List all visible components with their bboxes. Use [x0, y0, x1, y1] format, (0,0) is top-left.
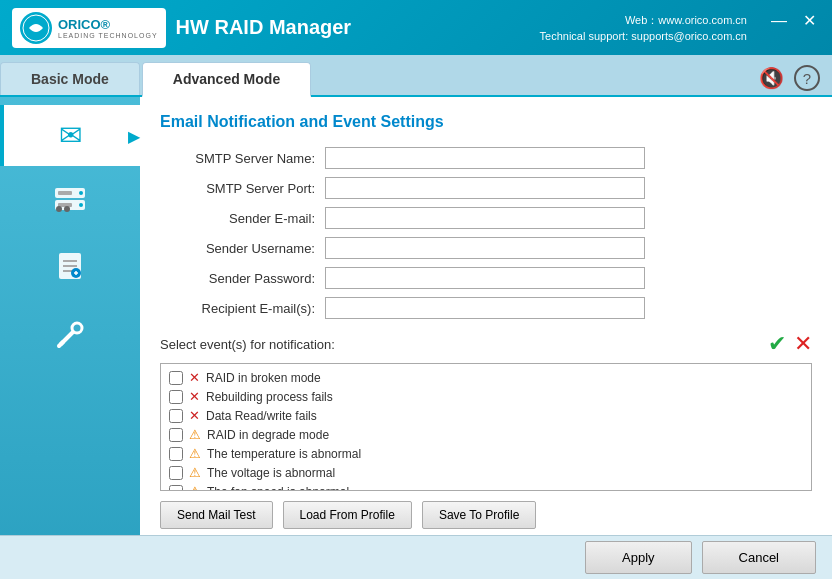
mute-icon[interactable]: 🔇 — [759, 66, 784, 90]
logo-text-block: ORICO® LEADING TECHNOLOGY — [58, 17, 158, 39]
event-item-voltage: ⚠ The voltage is abnormal — [161, 463, 811, 482]
label-recipient_email: Recipient E-mail(s): — [160, 301, 325, 316]
select-all-icon[interactable]: ✔ — [768, 331, 786, 357]
svg-point-8 — [64, 206, 70, 212]
sidebar-item-document[interactable] — [0, 237, 140, 302]
svg-point-17 — [72, 323, 82, 333]
svg-point-3 — [79, 191, 83, 195]
deselect-all-icon[interactable]: ✕ — [794, 331, 812, 357]
event-label-rebuilding: Rebuilding process fails — [206, 390, 333, 404]
event-label-temperature: The temperature is abnormal — [207, 447, 361, 461]
events-label: Select event(s) for notification: — [160, 337, 335, 352]
event-label-fan: The fan speed is abnormal — [207, 485, 349, 492]
checkbox-voltage[interactable] — [169, 466, 183, 480]
support-email: Technical support: supports@orico.com.cn — [540, 30, 747, 42]
event-status-icon-fan: ⚠ — [189, 484, 201, 491]
checkbox-readwrite[interactable] — [169, 409, 183, 423]
cancel-button[interactable]: Cancel — [702, 541, 816, 574]
label-sender_password: Sender Password: — [160, 271, 325, 286]
tools-icon — [55, 320, 85, 357]
event-item-rebuilding: ✕ Rebuilding process fails — [161, 387, 811, 406]
close-button[interactable]: ✕ — [799, 13, 820, 29]
event-status-icon-broken: ✕ — [189, 370, 200, 385]
form-row-recipient_email: Recipient E-mail(s): — [160, 297, 812, 319]
label-smtp_server_port: SMTP Server Port: — [160, 181, 325, 196]
events-icons: ✔ ✕ — [768, 331, 812, 357]
sidebar: ✉ ▶ — [0, 97, 140, 579]
storage-icon — [53, 184, 87, 219]
event-item-fan: ⚠ The fan speed is abnormal — [161, 482, 811, 491]
titlebar-left: ORICO® LEADING TECHNOLOGY HW RAID Manage… — [12, 8, 351, 48]
event-label-voltage: The voltage is abnormal — [207, 466, 335, 480]
btn-load_profile[interactable]: Load From Profile — [283, 501, 412, 529]
checkbox-temperature[interactable] — [169, 447, 183, 461]
sidebar-item-email[interactable]: ✉ ▶ — [0, 105, 140, 166]
form-row-smtp_server_name: SMTP Server Name: — [160, 147, 812, 169]
footer: Apply Cancel — [0, 535, 832, 579]
input-sender_username[interactable] — [325, 237, 645, 259]
titlebar: ORICO® LEADING TECHNOLOGY HW RAID Manage… — [0, 0, 832, 55]
content-area: Email Notification and Event Settings SM… — [140, 97, 832, 579]
event-status-icon-degrade: ⚠ — [189, 427, 201, 442]
action-buttons-row: Send Mail TestLoad From ProfileSave To P… — [160, 501, 812, 529]
web-url: Web：www.orico.com.cn — [625, 13, 747, 28]
event-status-icon-temperature: ⚠ — [189, 446, 201, 461]
event-item-readwrite: ✕ Data Read/write fails — [161, 406, 811, 425]
form-row-sender_username: Sender Username: — [160, 237, 812, 259]
event-item-broken: ✕ RAID in broken mode — [161, 368, 811, 387]
tabbar-icons: 🔇 ? — [759, 65, 832, 95]
checkbox-degrade[interactable] — [169, 428, 183, 442]
help-icon[interactable]: ? — [794, 65, 820, 91]
form-row-sender_password: Sender Password: — [160, 267, 812, 289]
event-item-temperature: ⚠ The temperature is abnormal — [161, 444, 811, 463]
window-controls: — ✕ — [767, 13, 820, 29]
email-icon: ✉ — [59, 119, 82, 152]
sidebar-item-tools[interactable] — [0, 306, 140, 371]
tab-advanced[interactable]: Advanced Mode — [142, 62, 311, 97]
input-sender_password[interactable] — [325, 267, 645, 289]
app-title: HW RAID Manager — [176, 16, 352, 39]
label-sender_email: Sender E-mail: — [160, 211, 325, 226]
form-row-smtp_server_port: SMTP Server Port: — [160, 177, 812, 199]
event-label-readwrite: Data Read/write fails — [206, 409, 317, 423]
events-list: ✕ RAID in broken mode ✕ Rebuilding proce… — [160, 363, 812, 491]
input-recipient_email[interactable] — [325, 297, 645, 319]
btn-save_profile[interactable]: Save To Profile — [422, 501, 537, 529]
event-label-degrade: RAID in degrade mode — [207, 428, 329, 442]
checkbox-broken[interactable] — [169, 371, 183, 385]
label-smtp_server_name: SMTP Server Name: — [160, 151, 325, 166]
label-sender_username: Sender Username: — [160, 241, 325, 256]
section-title: Email Notification and Event Settings — [160, 113, 812, 131]
svg-point-4 — [79, 203, 83, 207]
tab-basic[interactable]: Basic Mode — [0, 62, 140, 95]
checkbox-fan[interactable] — [169, 485, 183, 492]
titlebar-info: Web：www.orico.com.cn Technical support: … — [540, 13, 747, 42]
checkbox-rebuilding[interactable] — [169, 390, 183, 404]
event-status-icon-rebuilding: ✕ — [189, 389, 200, 404]
event-status-icon-voltage: ⚠ — [189, 465, 201, 480]
input-sender_email[interactable] — [325, 207, 645, 229]
form-row-sender_email: Sender E-mail: — [160, 207, 812, 229]
input-smtp_server_name[interactable] — [325, 147, 645, 169]
event-status-icon-readwrite: ✕ — [189, 408, 200, 423]
event-label-broken: RAID in broken mode — [206, 371, 321, 385]
form-fields: SMTP Server Name: SMTP Server Port: Send… — [160, 147, 812, 319]
svg-line-18 — [59, 342, 63, 346]
minimize-button[interactable]: — — [767, 13, 791, 29]
sidebar-arrow: ▶ — [128, 126, 140, 145]
event-item-degrade: ⚠ RAID in degrade mode — [161, 425, 811, 444]
svg-point-7 — [56, 206, 62, 212]
input-smtp_server_port[interactable] — [325, 177, 645, 199]
tabbar: Basic Mode Advanced Mode 🔇 ? — [0, 55, 832, 97]
sidebar-item-storage[interactable] — [0, 170, 140, 233]
apply-button[interactable]: Apply — [585, 541, 692, 574]
events-header: Select event(s) for notification: ✔ ✕ — [160, 331, 812, 357]
logo-icon — [20, 12, 52, 44]
svg-rect-5 — [58, 191, 72, 195]
document-icon — [56, 251, 84, 288]
btn-send_mail[interactable]: Send Mail Test — [160, 501, 273, 529]
logo-box: ORICO® LEADING TECHNOLOGY — [12, 8, 166, 48]
main-area: ✉ ▶ — [0, 97, 832, 579]
